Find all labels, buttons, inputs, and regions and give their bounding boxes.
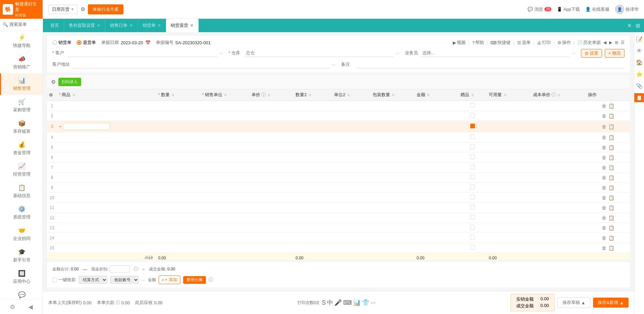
available-cell-13[interactable] (487, 223, 531, 233)
cost-price-cell-12[interactable] (531, 213, 586, 223)
gift-cell-5[interactable] (459, 142, 487, 152)
cost-price-cell-7[interactable] (531, 163, 586, 173)
product-cell-12[interactable] (57, 213, 156, 223)
tab-close-price-settings[interactable]: ✕ (97, 23, 100, 28)
delete-row-2[interactable]: 🗑 (602, 113, 606, 119)
unit-cell-1[interactable] (200, 101, 250, 111)
experience-btn[interactable]: 体验行业方案 (88, 4, 123, 14)
delete-row-11[interactable]: 🗑 (602, 205, 606, 210)
qty-cell-2[interactable] (156, 111, 200, 121)
col-settings-icon[interactable]: ⚙ (49, 92, 53, 98)
zhong-icon[interactable]: 中 (327, 299, 333, 307)
pkg-qty-cell-15[interactable] (371, 243, 415, 253)
product-cell-6[interactable] (57, 152, 156, 163)
unit-cell-4[interactable] (200, 132, 250, 142)
settings-bottom-icon[interactable]: ⚙ (10, 303, 15, 311)
unit2-cell-2[interactable] (332, 111, 371, 121)
price-cell-4[interactable] (250, 132, 293, 142)
cost-price-sort[interactable]: ⇅ (557, 93, 560, 97)
history-btn[interactable]: 📄 历史单据 (577, 40, 601, 46)
amount-cell-7[interactable] (415, 163, 459, 173)
cost-price-cell-8[interactable] (531, 173, 586, 183)
qty2-cell-9[interactable] (293, 183, 332, 193)
amount-cell-3[interactable] (415, 121, 459, 132)
gift-cell-3[interactable] (459, 121, 487, 132)
product-cell-4[interactable] (57, 132, 156, 142)
copy-row-11[interactable]: 📋 (608, 205, 614, 210)
amount-cell-15[interactable] (415, 243, 459, 253)
gift-checkbox-7[interactable] (470, 165, 475, 169)
unit2-cell-6[interactable] (332, 152, 371, 163)
gift-checkbox-11[interactable] (470, 205, 475, 209)
qty-cell-3[interactable] (156, 121, 200, 132)
discount-input[interactable] (110, 265, 130, 273)
s-icon[interactable]: S (322, 299, 326, 306)
amount-cell-9[interactable] (415, 183, 459, 193)
tab-close-sales-delivery[interactable]: ✕ (158, 23, 161, 28)
product-cell-11[interactable] (57, 203, 156, 213)
unit-cell-13[interactable] (200, 223, 250, 233)
product-cell-15[interactable] (57, 243, 156, 253)
qty-cell-5[interactable] (156, 142, 200, 152)
address-selector[interactable]: ··· (332, 62, 336, 67)
delete-row-6[interactable]: 🗑 (602, 155, 606, 160)
cost-price-cell-9[interactable] (531, 183, 586, 193)
tab-sales-return[interactable]: 销货退货 ✕ (166, 19, 199, 32)
qty-cell-14[interactable] (156, 233, 200, 243)
pkg-qty-cell-10[interactable] (371, 193, 415, 203)
qty-cell-10[interactable] (156, 193, 200, 203)
gift-checkbox-4[interactable] (470, 134, 475, 139)
cost-price-cell-1[interactable] (531, 101, 586, 111)
gift-checkbox-1[interactable] (470, 103, 475, 108)
qty-cell-6[interactable] (156, 152, 200, 163)
unit-cell-12[interactable] (200, 213, 250, 223)
available-cell-15[interactable] (487, 243, 531, 253)
right-icon-1[interactable]: 📝 (635, 35, 644, 44)
copy-row-13[interactable]: 📋 (608, 225, 614, 231)
product-cell-10[interactable] (57, 193, 156, 203)
gift-checkbox-2[interactable] (470, 113, 475, 118)
sidebar-item-guide[interactable]: 🎓 新手引导 (0, 245, 43, 266)
qty-cell-7[interactable] (156, 163, 200, 173)
unit2-cell-7[interactable] (332, 163, 371, 173)
qty2-cell-14[interactable] (293, 233, 332, 243)
qty2-cell-15[interactable] (293, 243, 332, 253)
unit2-cell-10[interactable] (332, 193, 371, 203)
unit2-cell-5[interactable] (332, 142, 371, 152)
delete-row-7[interactable]: 🗑 (602, 165, 606, 170)
unit-cell-11[interactable] (200, 203, 250, 213)
logistics-btn[interactable]: + 物流 (605, 49, 625, 58)
delete-row-3[interactable]: 🗑 (602, 124, 606, 129)
qty-sort[interactable]: ⇅ (171, 93, 174, 97)
print-btn[interactable]: 🖨 打印 (537, 40, 551, 46)
amount-cell-4[interactable] (415, 132, 459, 142)
qty-cell-12[interactable] (156, 213, 200, 223)
cost-price-cell-5[interactable] (531, 142, 586, 152)
shortcut-btn[interactable]: ⌨ 快捷键 (490, 40, 511, 46)
customer-selector[interactable]: ··· (219, 51, 223, 56)
unit2-cell-9[interactable] (332, 183, 371, 193)
warehouse-selector[interactable]: ··· (396, 51, 399, 56)
amount-cell-10[interactable] (415, 193, 459, 203)
pkg-sort[interactable]: ⇅ (392, 93, 394, 97)
gift-cell-14[interactable] (459, 233, 487, 243)
account-select[interactable]: 收款账号 (110, 276, 139, 284)
price-cell-14[interactable] (250, 233, 293, 243)
app-download-item[interactable]: 📱 App下载 (557, 6, 580, 12)
pkg-qty-cell-1[interactable] (371, 101, 415, 111)
radio-sales[interactable]: 销货单 (52, 40, 71, 46)
unit2-cell-15[interactable] (332, 243, 371, 253)
amount-cell-2[interactable] (415, 111, 459, 121)
tab-close-sales-return[interactable]: ✕ (190, 23, 194, 28)
qty2-cell-6[interactable] (293, 152, 332, 163)
price-cell-12[interactable] (250, 213, 293, 223)
sidebar-item-app-center[interactable]: 🔲 应用中心 (0, 266, 43, 288)
account-dots[interactable]: ··· (142, 277, 145, 282)
warehouse-input[interactable] (244, 49, 393, 57)
table-icon[interactable]: 📊 (353, 299, 361, 306)
select-btn[interactable]: ☰ 选单 (517, 40, 531, 46)
unit-cell-10[interactable] (200, 193, 250, 203)
unit2-cell-8[interactable] (332, 173, 371, 183)
copy-row-3[interactable]: 📋 (608, 124, 614, 129)
gift-cell-11[interactable] (459, 203, 487, 213)
